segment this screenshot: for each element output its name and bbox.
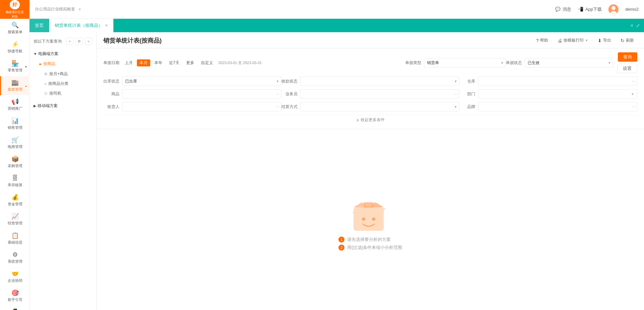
- sidebar-item-app-center[interactable]: 📱 应用中心: [0, 306, 30, 310]
- collection-label: 收款状态: [281, 79, 300, 84]
- empty-svg: ✦ ✦ ✦: [343, 189, 397, 232]
- sidebar-item-basic-info[interactable]: 📋 基础信息: [0, 229, 30, 248]
- out-status-select[interactable]: 已出库: [122, 76, 281, 86]
- print-button[interactable]: 🖨 按模板打印 ▼: [554, 36, 592, 45]
- month-product-icon: ⊞: [44, 72, 47, 76]
- sidebar-item-operations[interactable]: 📈 经营管理: [0, 210, 30, 229]
- date-tab-last-month[interactable]: 上月: [122, 59, 136, 66]
- print-label: 按模板打印: [564, 38, 584, 43]
- brand-ellipsis[interactable]: ···: [632, 104, 635, 109]
- department-field: 部门 ▼: [459, 89, 637, 99]
- date-tab-more[interactable]: 更多: [183, 59, 197, 66]
- staff-wrapper: ···: [300, 89, 460, 99]
- tab-close-icon[interactable]: ×: [105, 23, 108, 28]
- warehouse-ellipsis[interactable]: ···: [632, 79, 635, 84]
- inventory-icon: 🗄: [12, 175, 18, 181]
- department-select[interactable]: ▼: [478, 89, 637, 99]
- sub-filter-driver[interactable]: ⊡ 按司机: [30, 89, 96, 98]
- wholesale-icon: 🏬: [11, 80, 19, 86]
- filter-item-by-product-label: 按商品: [43, 61, 55, 67]
- filter-item-by-product[interactable]: ● 按商品: [30, 59, 96, 69]
- date-tab-this-year[interactable]: 本年: [152, 59, 165, 66]
- sidebar-item-sales-label: 销售管理: [8, 125, 22, 130]
- collapse-button[interactable]: ∧ 收起更多条件: [103, 115, 637, 125]
- sidebar-item-inventory[interactable]: 🗄 库存核算: [0, 172, 30, 191]
- brand-label: 品牌: [459, 104, 478, 110]
- settings-button[interactable]: 设置: [617, 64, 637, 73]
- doc-status-field: 单据状态 已生效 ▼: [506, 58, 613, 67]
- staff-ellipsis[interactable]: ···: [454, 92, 457, 96]
- pc-scheme-header[interactable]: ▼ 电脑端方案: [30, 49, 96, 59]
- export-button[interactable]: ⬇ 导出: [594, 36, 614, 45]
- collapse-panel-button[interactable]: «: [85, 38, 92, 45]
- export-label: 导出: [603, 38, 611, 43]
- collection-select[interactable]: [300, 76, 460, 86]
- basic-info-icon: 📋: [11, 232, 19, 239]
- sidebar-item-system-label: 系统管理: [8, 259, 22, 264]
- sidebar-item-retail[interactable]: 🏪 零售管理 ▼: [0, 57, 30, 76]
- sidebar-item-guide-label: 新手引导: [8, 297, 22, 302]
- query-button[interactable]: 查询: [618, 52, 637, 62]
- sidebar-item-sales[interactable]: 📊 销售管理: [0, 114, 30, 134]
- product-ellipsis[interactable]: ···: [276, 92, 279, 96]
- tab-maximize[interactable]: × ⤢: [627, 23, 644, 28]
- settings-scheme-button[interactable]: ⚙: [75, 38, 83, 45]
- doc-type-label: 单据类型: [405, 60, 424, 66]
- settlement-select[interactable]: [300, 102, 460, 111]
- staff-input[interactable]: [300, 89, 460, 99]
- sidebar-item-inventory-label: 库存核算: [8, 183, 22, 188]
- maximize-icon[interactable]: ⤢: [636, 23, 640, 28]
- sidebar-item-system[interactable]: ⚙ 系统管理: [0, 248, 30, 267]
- sidebar-item-purchase[interactable]: 📦 采购管理: [0, 153, 30, 172]
- sub-filter-category[interactable]: ≡ 按商品分类: [30, 79, 96, 89]
- sidebar-item-wholesale-label: 批发管理: [8, 87, 22, 92]
- mobile-scheme-header[interactable]: ▶ 移动端方案: [30, 101, 96, 111]
- export-icon: ⬇: [598, 38, 602, 43]
- product-input[interactable]: [122, 89, 281, 99]
- recipient-field: 收货人 ···: [103, 102, 281, 111]
- department-arrow: ▼: [631, 92, 634, 96]
- tab-bar: 首页 销货单统计表（按商品） × × ⤢: [30, 19, 644, 32]
- sidebar-item-search-menu[interactable]: 🔍 搜索菜单: [0, 19, 30, 38]
- app-logo[interactable]: 好 畅捷通好生意 标版: [0, 0, 30, 19]
- brand-input[interactable]: [478, 102, 637, 111]
- date-field: 单据日期 上月 本月 本年 近7天 更多 自定义: [103, 59, 405, 66]
- purchase-icon: 📦: [11, 156, 19, 162]
- sub-filter-month-product[interactable]: ⊞ 按月+商品: [30, 69, 96, 79]
- tab-active[interactable]: 销货单统计表（按商品） ×: [49, 19, 113, 32]
- help-button[interactable]: ? 帮助: [533, 36, 551, 45]
- sidebar-item-wholesale[interactable]: 🏬 批发管理 ▲: [0, 76, 30, 95]
- date-input-wrapper: 上月 本月 本年 近7天 更多 自定义 2023-03-01 至 2023-03…: [122, 59, 405, 66]
- svg-text:✦: ✦: [379, 220, 381, 223]
- retail-arrow: ▼: [25, 65, 28, 68]
- logo-sub: 标版: [12, 14, 18, 19]
- doc-status-select[interactable]: 已生效: [525, 58, 613, 67]
- sub-filter-driver-label: 按司机: [49, 91, 61, 96]
- collapse-chevron-icon: ∧: [356, 118, 359, 122]
- close-window-icon[interactable]: ×: [631, 23, 633, 28]
- pc-scheme-label: 电脑端方案: [38, 51, 58, 57]
- sidebar-item-finance[interactable]: 💰 资金管理: [0, 191, 30, 210]
- pc-scheme-section: ▼ 电脑端方案 ● 按商品 ⊞ 按月+商品 ≡ 按商品分类 ⊡ 按司机: [30, 48, 96, 100]
- add-scheme-button[interactable]: +: [66, 38, 73, 45]
- avatar[interactable]: [608, 4, 619, 14]
- tab-home[interactable]: 首页: [30, 19, 49, 32]
- sidebar-item-marketing[interactable]: 📢 营销推广: [0, 95, 30, 114]
- sidebar-item-guide[interactable]: 🎯 新手引导: [0, 287, 30, 306]
- refresh-button[interactable]: ↻ 刷新: [617, 36, 637, 45]
- recipient-ellipsis[interactable]: ···: [276, 104, 279, 109]
- sidebar-item-ecommerce[interactable]: 🛒 电商管理: [0, 134, 30, 153]
- sidebar-item-quick-nav[interactable]: ⚡ 快捷导航: [0, 38, 30, 57]
- date-tab-custom[interactable]: 自定义: [198, 59, 216, 66]
- sidebar-item-enterprise[interactable]: 🤝 企业协同: [0, 267, 30, 287]
- date-tab-7days[interactable]: 近7天: [166, 59, 182, 66]
- warehouse-input[interactable]: [478, 76, 637, 86]
- date-tab-this-month[interactable]: 本月: [137, 59, 150, 66]
- recipient-input[interactable]: [122, 102, 281, 111]
- doc-type-wrapper: 销货单 ▼: [424, 58, 506, 67]
- breadcrumb-arrow[interactable]: ▼: [78, 7, 82, 12]
- doc-type-select[interactable]: 销货单: [424, 58, 506, 67]
- header-right: 💬 消息 📲 App下载 demo2: [555, 4, 639, 14]
- message-action[interactable]: 💬 消息: [555, 6, 571, 12]
- app-download-action[interactable]: 📲 App下载: [578, 6, 602, 12]
